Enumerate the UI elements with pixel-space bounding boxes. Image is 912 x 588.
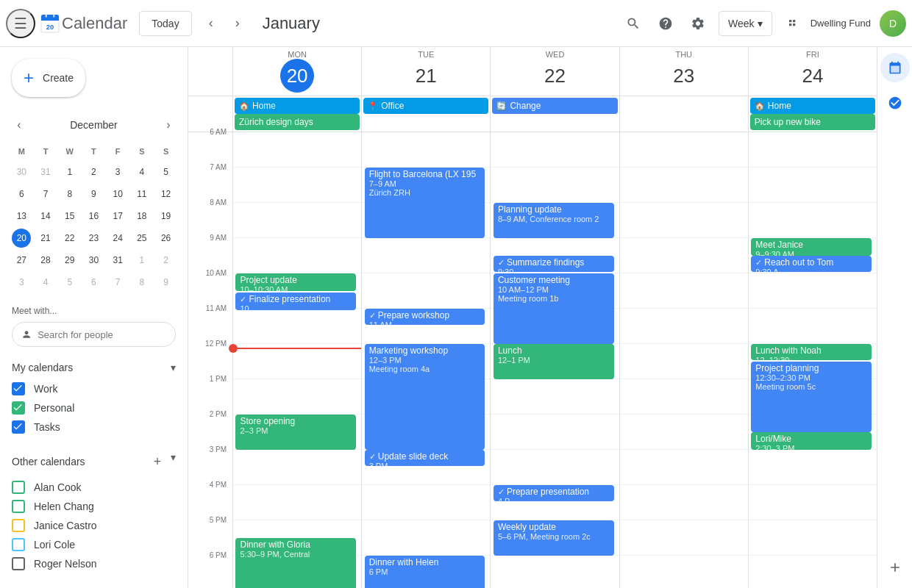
- mini-cal-day[interactable]: 13: [10, 206, 33, 226]
- mini-cal-day[interactable]: 3: [10, 272, 33, 293]
- mini-cal-day[interactable]: 6: [10, 184, 33, 204]
- view-selector[interactable]: Week ▾: [719, 11, 772, 36]
- day-number[interactable]: 23: [667, 59, 701, 93]
- mini-cal-day[interactable]: 15: [58, 206, 81, 226]
- create-button[interactable]: + Create: [12, 59, 85, 97]
- event-block[interactable]: Meet Janice9–9:30 AM: [751, 238, 872, 256]
- my-calendars-header[interactable]: My calendars ▾: [12, 359, 176, 376]
- event-block[interactable]: Lunch with Noah12–12:30: [751, 344, 872, 360]
- mini-cal-day[interactable]: 31: [107, 250, 129, 270]
- mini-cal-day[interactable]: 27: [10, 250, 33, 270]
- next-button[interactable]: ›: [224, 10, 251, 37]
- other-calendar-checkbox[interactable]: [12, 557, 25, 570]
- calendar-checkbox[interactable]: [12, 382, 25, 395]
- other-calendar-item[interactable]: Helen Chang: [12, 497, 176, 516]
- mini-cal-day[interactable]: 2: [154, 250, 177, 270]
- other-calendar-item[interactable]: Roger Nelson: [12, 554, 176, 573]
- mini-cal-day[interactable]: 9: [154, 272, 177, 293]
- calendar-checkbox[interactable]: [12, 420, 25, 434]
- right-check-icon[interactable]: [880, 88, 910, 118]
- other-calendar-checkbox[interactable]: [12, 500, 25, 513]
- event-block[interactable]: Planning update8–9 AM, Conference room 2: [494, 203, 614, 238]
- mini-cal-day[interactable]: 7: [35, 184, 57, 204]
- event-block[interactable]: ✓ Update slide deck3 PM: [365, 450, 485, 466]
- allday-event[interactable]: 🏠Home: [235, 98, 360, 114]
- allday-event[interactable]: Pick up new bike: [750, 114, 875, 130]
- settings-button[interactable]: [683, 9, 713, 38]
- mini-cal-day[interactable]: 23: [82, 228, 105, 248]
- other-calendar-checkbox[interactable]: [12, 519, 25, 532]
- day-number[interactable]: 21: [409, 59, 443, 93]
- avatar[interactable]: D: [880, 10, 906, 37]
- event-block[interactable]: ✓ Prepare presentation4 P: [494, 485, 614, 501]
- mini-cal-day[interactable]: 12: [154, 184, 177, 204]
- event-block[interactable]: Lori/Mike2:30–3 PM: [751, 432, 872, 450]
- mini-cal-day[interactable]: 21: [35, 228, 57, 248]
- allday-event[interactable]: 🏠Home: [750, 98, 875, 114]
- my-calendar-item[interactable]: Personal: [12, 398, 176, 417]
- mini-cal-day[interactable]: 22: [58, 228, 81, 248]
- mini-cal-day[interactable]: 17: [107, 206, 129, 226]
- allday-event[interactable]: 📍Office: [363, 98, 488, 114]
- today-button[interactable]: Today: [139, 11, 191, 36]
- mini-cal-day[interactable]: 19: [154, 206, 177, 226]
- mini-cal-day[interactable]: 1: [58, 162, 81, 182]
- mini-cal-day[interactable]: 9: [82, 184, 105, 204]
- event-block[interactable]: Project update10–10:30 AM: [235, 273, 356, 291]
- mini-cal-day[interactable]: 5: [58, 272, 81, 293]
- mini-cal-day[interactable]: 24: [107, 228, 129, 248]
- mini-cal-day[interactable]: 29: [58, 250, 81, 270]
- mini-cal-day[interactable]: 5: [154, 162, 177, 182]
- event-block[interactable]: ✓ Reach out to Tom9:30 A: [751, 256, 872, 272]
- mini-cal-day[interactable]: 28: [35, 250, 57, 270]
- event-block[interactable]: Store opening2–3 PM: [235, 415, 356, 450]
- google-apps-button[interactable]: [778, 9, 808, 38]
- mini-cal-day[interactable]: 8: [58, 184, 81, 204]
- event-block[interactable]: Dinner with Gloria5:30–9 PM, Central: [235, 538, 356, 588]
- event-block[interactable]: Lunch12–1 PM: [494, 344, 614, 379]
- mini-cal-day[interactable]: 3: [107, 162, 129, 182]
- event-block[interactable]: ✓ Prepare workshop11 AM: [365, 309, 485, 325]
- mini-cal-day[interactable]: 7: [107, 272, 129, 293]
- people-input-container[interactable]: [12, 322, 176, 347]
- mini-cal-day[interactable]: 4: [131, 162, 154, 182]
- mini-cal-day[interactable]: 1: [131, 250, 154, 270]
- mini-prev-button[interactable]: ‹: [9, 115, 29, 135]
- day-number[interactable]: 22: [538, 59, 572, 93]
- event-block[interactable]: Project planning12:30–2:30 PMMeeting roo…: [751, 362, 872, 432]
- event-block[interactable]: Flight to Barcelona (LX 1957–9 AMZürich …: [365, 168, 485, 238]
- calendar-checkbox[interactable]: [12, 401, 25, 415]
- event-block[interactable]: Marketing workshop12–3 PMMeeting room 4a: [365, 344, 485, 450]
- mini-cal-day[interactable]: 31: [35, 162, 57, 182]
- mini-cal-day[interactable]: 4: [35, 272, 57, 293]
- day-number[interactable]: 24: [796, 59, 830, 93]
- event-block[interactable]: Dinner with Helen6 PM: [365, 556, 485, 588]
- mini-cal-day[interactable]: 16: [82, 206, 105, 226]
- event-block[interactable]: ✓ Summarize findings9:30: [494, 256, 614, 272]
- other-calendars-header[interactable]: Other calendars + ▾: [12, 448, 176, 475]
- add-other-calendar-button[interactable]: +: [147, 451, 168, 472]
- my-calendar-item[interactable]: Work: [12, 379, 176, 398]
- event-block[interactable]: ✓ Finalize presentation10: [235, 293, 356, 310]
- mini-cal-day[interactable]: 6: [82, 272, 105, 293]
- mini-cal-day[interactable]: 2: [82, 162, 105, 182]
- right-add-icon[interactable]: [880, 553, 910, 582]
- other-calendar-item[interactable]: Alan Cook: [12, 478, 176, 497]
- prev-button[interactable]: ‹: [198, 10, 224, 37]
- allday-event[interactable]: Zürich design days: [235, 114, 360, 130]
- mini-cal-day[interactable]: 30: [10, 162, 33, 182]
- other-calendar-checkbox[interactable]: [12, 481, 25, 494]
- mini-cal-day[interactable]: 11: [131, 184, 154, 204]
- mini-cal-day[interactable]: 8: [131, 272, 154, 293]
- mini-cal-day[interactable]: 30: [82, 250, 105, 270]
- menu-button[interactable]: ☰: [6, 9, 35, 38]
- mini-cal-day[interactable]: 14: [35, 206, 57, 226]
- my-calendar-item[interactable]: Tasks: [12, 417, 176, 437]
- mini-cal-day[interactable]: 26: [154, 228, 177, 248]
- right-calendar-icon[interactable]: [880, 53, 910, 82]
- day-number[interactable]: 20: [280, 59, 314, 93]
- mini-cal-day[interactable]: 10: [107, 184, 129, 204]
- help-button[interactable]: [651, 9, 680, 38]
- mini-cal-day[interactable]: 20: [10, 228, 33, 248]
- allday-event[interactable]: 🔄Change: [492, 98, 617, 114]
